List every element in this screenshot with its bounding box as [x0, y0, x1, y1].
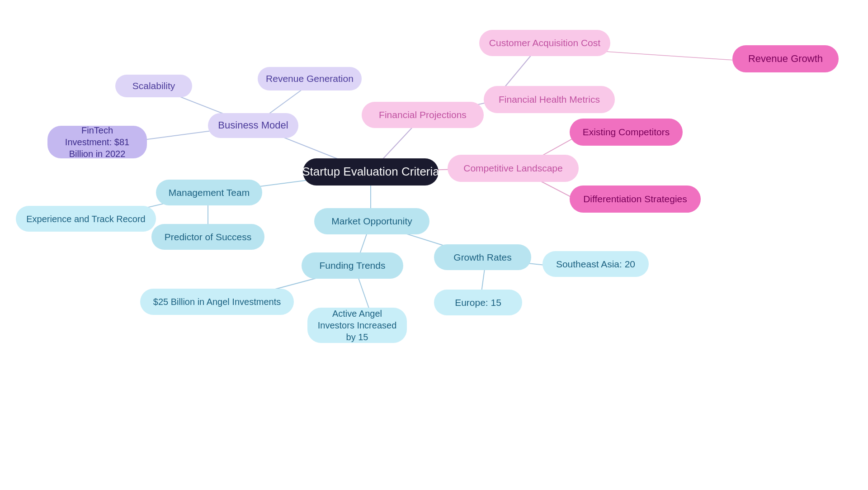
- revenue-generation-node: Revenue Generation: [258, 67, 362, 90]
- experience-node: Experience and Track Record: [16, 206, 156, 232]
- active-angel-node: Active Angel Investors Increased by 15: [307, 308, 407, 343]
- financial-projections-node: Financial Projections: [362, 102, 484, 128]
- financial-health-node: Financial Health Metrics: [484, 86, 615, 113]
- differentiation-node: Differentiation Strategies: [570, 186, 701, 213]
- growth-rates-node: Growth Rates: [434, 244, 531, 270]
- angel-investments-node: $25 Billion in Angel Investments: [140, 289, 294, 315]
- predictor-node: Predictor of Success: [151, 224, 264, 250]
- competitive-landscape-node: Competitive Landscape: [448, 155, 579, 182]
- existing-competitors-node: Existing Competitors: [570, 119, 683, 146]
- fintech-node: FinTech Investment: $81 Billion in 2022: [47, 126, 147, 158]
- revenue-growth-node: Revenue Growth: [732, 45, 839, 72]
- funding-trends-node: Funding Trends: [302, 252, 403, 279]
- scalability-node: Scalability: [115, 75, 192, 97]
- business-model-node: Business Model: [208, 113, 298, 138]
- management-team-node: Management Team: [156, 180, 262, 205]
- europe-node: Europe: 15: [434, 290, 522, 315]
- southeast-asia-node: Southeast Asia: 20: [542, 251, 649, 277]
- cac-node: Customer Acquisition Cost: [479, 30, 610, 56]
- center-node: Startup Evaluation Criteria: [303, 158, 439, 186]
- market-opportunity-node: Market Opportunity: [314, 208, 429, 234]
